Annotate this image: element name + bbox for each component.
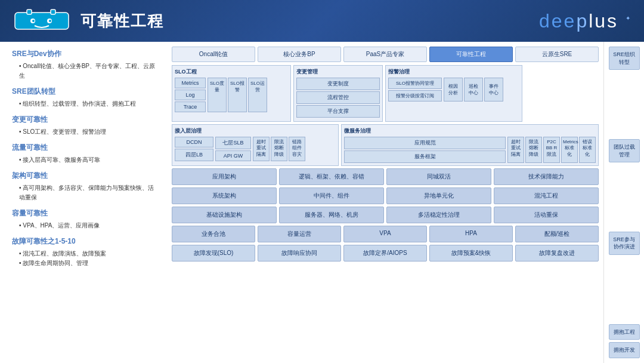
access-right-cols: 超时重试隔离 限流熔断降级 链路组件容灾 xyxy=(253,137,305,161)
sidebar-title-sre-team: SRE团队转型 xyxy=(12,87,155,97)
access-left-boxes: DCDN 四层LB xyxy=(175,137,213,161)
capacity-business-pool: 业务合池 xyxy=(172,226,255,242)
top-roles-row: Oncall轮值 核心业务BP PaaS产品专家 可靠性工程 云原生SRE xyxy=(172,47,599,62)
right-item-sre-collab: SRE参与协作演进 xyxy=(609,232,640,255)
sidebar-section-change: 变更可靠性 SLO工程、变更管理、报警治理 xyxy=(12,115,155,137)
alarm-right: 根因分析 巡检中心 事件中心 xyxy=(444,78,503,101)
access-apigw: API GW xyxy=(215,150,251,161)
header-left: 可靠性工程 xyxy=(12,8,164,35)
arch-remote-unit: 异地单元化 xyxy=(386,187,491,204)
capacity-vpa: VPA xyxy=(343,226,427,242)
sidebar-section-capacity: 容量可靠性 VPA、HPA、运营、应用画像 xyxy=(12,208,155,230)
change-section: 变更管理 变更制度 流程管控 平台支撑 xyxy=(293,65,383,122)
diagram: Oncall轮值 核心业务BP PaaS产品专家 可靠性工程 云原生SRE SL… xyxy=(172,47,599,358)
micro-col-1: 限流熔断降级 xyxy=(525,137,542,163)
slo-section: SLO工程 Metrics Log Trace SLO度量 SLO报警 SLO运… xyxy=(172,65,291,122)
sidebar-bullet-change: SLO工程、变更管理、报警治理 xyxy=(12,127,155,137)
arch-multiactive: 多活稳定性治理 xyxy=(386,207,491,223)
capacity-quota: 配额/巡检 xyxy=(515,226,599,242)
slo-col-alarm: SLO报警 xyxy=(228,78,247,112)
sidebar-bullet-capacity: VPA、HPA、运营、应用画像 xyxy=(12,221,155,230)
access-col-1: 限流熔断降级 xyxy=(271,137,287,161)
micro-section: 微服务治理 应用规范 服务框架 超时重试隔离 限流熔断降级 P2C BB R限流… xyxy=(341,124,599,166)
sidebar-bullet-sre-dev: Oncall轮值、核心业务BP、平台专家、工程、云原生 xyxy=(12,61,155,81)
access-section: 接入层治理 DCDN 四层LB 七层SLB API GW 超时重试隔离 限流熔断 xyxy=(172,124,339,166)
access-section-title: 接入层治理 xyxy=(175,127,336,135)
access-micro-row: 接入层治理 DCDN 四层LB 七层SLB API GW 超时重试隔离 限流熔断 xyxy=(172,124,599,166)
access-dcdn: DCDN xyxy=(175,137,213,147)
arch-logic: 逻辑、框架、依赖、容错 xyxy=(279,168,384,185)
sidebar-section-sre-dev: SRE与Dev协作 Oncall轮值、核心业务BP、平台专家、工程、云原生 xyxy=(12,49,155,81)
role-paas: PaaS产品专家 xyxy=(343,47,427,62)
sidebar-title-traffic: 流量可靠性 xyxy=(12,143,155,153)
micro-col-4: 错误标准化 xyxy=(579,137,596,163)
alarm-right-0: 根因分析 xyxy=(444,78,463,101)
metric-box-trace: Trace xyxy=(175,101,206,112)
sidebar-title-arch: 架构可靠性 xyxy=(12,171,155,181)
content-area: SRE与Dev协作 Oncall轮值、核心业务BP、平台专家、工程、云原生 SR… xyxy=(0,42,644,363)
sidebar-section-failure: 故障可靠性之1-5-10 混沌工程、故障演练、故障预案 故障生命周期协同、管理 xyxy=(12,236,155,268)
sidebar-section-sre-team: SRE团队转型 组织转型、过载管理、协作演进、拥抱工程 xyxy=(12,87,155,109)
micro-inner: 应用规范 服务框架 超时重试隔离 限流熔断降级 P2C BB R限流 Metri… xyxy=(344,137,596,163)
micro-box-1: 服务框架 xyxy=(344,150,506,163)
slo-section-title: SLO工程 xyxy=(175,68,288,76)
arch-activity: 活动重保 xyxy=(494,207,599,223)
arch-dual-city: 同城双活 xyxy=(386,168,491,185)
sidebar-bullet-arch: 高可用架构、多活容灾、保障能力与预案快恢、活动重保 xyxy=(12,183,155,202)
slo-cols: SLO度量 SLO报警 SLO运营 xyxy=(208,78,267,112)
main-diagram-area: Oncall轮值 核心业务BP PaaS产品专家 可靠性工程 云原生SRE SL… xyxy=(167,42,603,363)
right-item-sre-org: SRE组织转型 xyxy=(609,47,640,70)
arch-row-0: 应用架构 逻辑、框架、依赖、容错 同城双活 技术保障能力 xyxy=(172,168,599,185)
alarm-box-1: 报警分级按需订阅 xyxy=(388,90,442,101)
slo-col-ops: SLO运营 xyxy=(248,78,267,112)
arch-app: 应用架构 xyxy=(172,168,277,185)
svg-point-6 xyxy=(32,20,35,22)
slo-metrics-col: Metrics Log Trace xyxy=(175,78,206,112)
sidebar-bullet-failure-1: 混沌工程、故障演练、故障预案 xyxy=(12,249,155,259)
arch-system: 系统架构 xyxy=(172,187,277,204)
svg-rect-2 xyxy=(27,10,32,14)
role-cloud-native-sre: 云原生SRE xyxy=(515,47,599,62)
svg-rect-3 xyxy=(51,10,55,14)
change-item-1: 流程管控 xyxy=(296,91,380,104)
sidebar-bullet-sre-team: 组织转型、过载管理、协作演进、拥抱工程 xyxy=(12,99,155,109)
metric-box-metrics: Metrics xyxy=(175,78,206,88)
micro-right-cols: 超时重试隔离 限流熔断降级 P2C BB R限流 Metrics标准化 错误标准… xyxy=(507,137,596,163)
arch-server-network: 服务器、网络、机房 xyxy=(279,207,384,223)
micro-section-title: 微服务治理 xyxy=(344,127,596,135)
metric-box-log: Log xyxy=(175,90,206,100)
micro-top-boxes: 应用规范 服务框架 xyxy=(344,137,506,163)
arch-chaos: 混沌工程 xyxy=(494,187,599,204)
alarm-box-0: SLO报警协同管理 xyxy=(388,78,442,89)
access-col-0: 超时重试隔离 xyxy=(253,137,270,161)
access-col-2: 链路组件容灾 xyxy=(289,137,305,161)
deepplus-logo: deeplus ✦ xyxy=(539,10,632,32)
slo-inner: Metrics Log Trace SLO度量 SLO报警 SLO运营 xyxy=(175,78,288,112)
alarm-left: SLO报警协同管理 报警分级按需订阅 xyxy=(388,78,442,101)
micro-col-2: P2C BB R限流 xyxy=(543,137,560,163)
arch-middleware: 中间件、组件 xyxy=(279,187,384,204)
right-sidebar: SRE组织转型 团队过载管理 SRE参与协作演进 拥抱工程 拥抱开发 xyxy=(603,42,644,363)
access-mid-boxes: 七层SLB API GW xyxy=(215,137,251,161)
change-item-2: 平台支撑 xyxy=(296,105,380,118)
failure-discover: 故障发现(SLO) xyxy=(172,245,255,262)
micro-box-0: 应用规范 xyxy=(344,137,506,149)
right-item-team-mgmt: 团队过载管理 xyxy=(609,139,640,162)
sidebar-title-failure: 故障可靠性之1-5-10 xyxy=(12,236,155,247)
header: 可靠性工程 deeplus ✦ xyxy=(0,0,644,42)
arch-infra: 基础设施架构 xyxy=(172,207,277,223)
alarm-right-1: 巡检中心 xyxy=(464,78,483,101)
arch-row-1: 系统架构 中间件、组件 异地单元化 混沌工程 xyxy=(172,187,599,204)
sidebar-bullet-traffic: 接入层高可靠、微服务高可靠 xyxy=(12,155,155,165)
svg-point-7 xyxy=(49,20,51,22)
sidebar-section-arch: 架构可靠性 高可用架构、多活容灾、保障能力与预案快恢、活动重保 xyxy=(12,171,155,202)
alarm-section: 报警治理 SLO报警协同管理 报警分级按需订阅 根因分析 巡检中心 事件中心 xyxy=(385,65,522,122)
role-reliability: 可靠性工程 xyxy=(429,47,513,62)
capacity-ops: 容量运营 xyxy=(258,226,341,242)
access-4lb: 四层LB xyxy=(175,149,213,161)
sidebar-section-traffic: 流量可靠性 接入层高可靠、微服务高可靠 xyxy=(12,143,155,165)
access-7slb: 七层SLB xyxy=(215,137,251,149)
role-bp: 核心业务BP xyxy=(258,47,341,62)
change-item-0: 变更制度 xyxy=(296,78,380,90)
role-oncall: Oncall轮值 xyxy=(172,47,255,62)
